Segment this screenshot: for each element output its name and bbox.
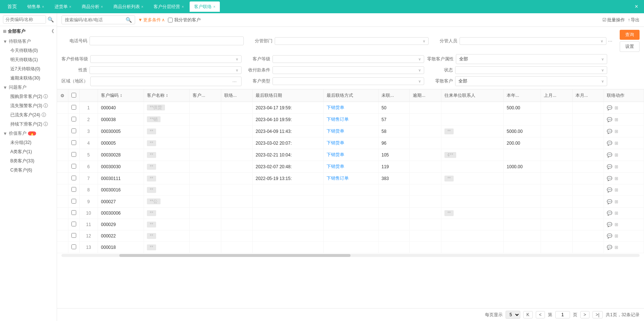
sidebar-all-customers[interactable]: ⊞ 全部客户 《 <box>0 26 57 37</box>
query-button[interactable]: 查询 <box>620 30 640 40</box>
reset-button[interactable]: 设置 <box>620 41 640 52</box>
filter-select-region[interactable]: ··· <box>90 77 242 86</box>
cell-action[interactable]: 💬⊞ <box>604 242 644 253</box>
sidebar-item-churn-warn[interactable]: 流失预警客户(3) ⓘ <box>0 101 57 110</box>
cell-action[interactable]: 💬⊞ <box>604 219 644 230</box>
filter-select-customer-level[interactable]: ∨ <box>272 55 425 63</box>
cell-last-way[interactable]: 下销货单 <box>323 102 378 114</box>
cell-checkbox[interactable] <box>68 126 79 137</box>
filter-select-person[interactable]: ∨ <box>460 37 606 45</box>
sidebar-search-input[interactable] <box>3 15 46 24</box>
cell-action[interactable]: 💬⊞ <box>604 173 644 184</box>
sidebar-item-7days[interactable]: 近7天待联络(0) <box>0 64 57 74</box>
first-page-btn[interactable]: K <box>523 311 533 318</box>
export-btn[interactable]: ↑ 导出 <box>628 17 640 23</box>
cell-checkbox[interactable] <box>68 230 79 242</box>
my-customers-toggle[interactable]: 我分管的客户 <box>168 17 201 23</box>
region-dots-icon[interactable]: ··· <box>231 78 238 84</box>
horizontal-scrollbar[interactable] <box>61 254 640 257</box>
sidebar-collapse-icon[interactable]: 《 <box>49 28 54 35</box>
sidebar-group-problem[interactable]: ▼ 问题客户 <box>0 83 57 92</box>
filter-select-price-level[interactable]: ∨ <box>90 55 242 63</box>
cell-checkbox[interactable] <box>68 208 79 219</box>
nav-tab-purchase-close[interactable]: × <box>69 5 71 9</box>
filter-select-sparse-attr[interactable]: 全部 ∨ <box>456 54 607 64</box>
cell-action[interactable]: 💬⊞ <box>604 230 644 242</box>
nav-tab-customer-mgmt[interactable]: 客户分层经营 × <box>149 1 188 12</box>
sidebar-item-ungroup[interactable]: 未分组(32) <box>0 138 57 147</box>
sidebar-item-declining[interactable]: 持续下滑客户(2) ⓘ <box>0 120 57 129</box>
nav-tab-customer-contact-close[interactable]: × <box>213 5 215 9</box>
col-checkbox[interactable] <box>68 89 79 102</box>
cell-action[interactable]: 💬⊞ <box>604 102 644 114</box>
cell-checkbox[interactable] <box>68 184 79 196</box>
next-page-btn[interactable]: > <box>580 311 590 318</box>
cell-last-way[interactable]: 下销售订单 <box>323 114 378 126</box>
filter-select-sparse[interactable]: 全部 ∨ <box>455 76 607 86</box>
cell-checkbox[interactable] <box>68 149 79 161</box>
nav-tab-sales-close[interactable]: × <box>42 5 44 9</box>
sidebar-item-today[interactable]: 今天待联络(0) <box>0 46 57 55</box>
sidebar-item-c-class[interactable]: C类客户(6) <box>0 166 57 175</box>
sidebar-search-icon[interactable]: 🔍 <box>47 17 54 22</box>
cell-action[interactable]: 💬⊞ <box>604 137 644 149</box>
sidebar-group-value[interactable]: ▼ 价值客户 🔥 <box>0 129 57 138</box>
filter-input-phone[interactable] <box>89 36 244 45</box>
sidebar-item-overdue[interactable]: 逾期未联络(30) <box>0 74 57 83</box>
filter-select-nature[interactable]: ∨ <box>89 66 242 74</box>
nav-tab-sales[interactable]: 销售单 × <box>23 1 49 12</box>
search-input[interactable] <box>65 17 126 22</box>
search-icon[interactable]: 🔍 <box>126 17 132 23</box>
cell-action[interactable]: 💬⊞ <box>604 208 644 219</box>
cell-action[interactable]: 💬⊞ <box>604 126 644 137</box>
sidebar-item-lost[interactable]: 已流失客户(24) ⓘ <box>0 110 57 120</box>
cell-action[interactable]: 💬⊞ <box>604 161 644 173</box>
cell-action[interactable]: 💬⊞ <box>604 196 644 208</box>
person-dots-btn[interactable]: ··· <box>606 38 614 44</box>
more-conditions-btn[interactable]: ▼ 更多条件 ∧ <box>138 17 165 23</box>
cell-checkbox[interactable] <box>68 137 79 149</box>
nav-home[interactable]: 首页 <box>3 1 21 12</box>
cell-last-way[interactable]: 下销货单 <box>323 126 378 137</box>
cell-checkbox[interactable] <box>68 196 79 208</box>
col-settings[interactable]: ⚙ <box>57 89 68 102</box>
nav-tab-analysis-list[interactable]: 商品分析列表 × <box>109 1 148 12</box>
nav-tab-analysis[interactable]: 商品分析 × <box>77 1 108 12</box>
cell-last-way[interactable]: 下销货单 <box>323 137 378 149</box>
my-customers-checkbox[interactable] <box>168 18 173 22</box>
sidebar-group-pending[interactable]: ▼ 待联络客户 <box>0 37 57 46</box>
nav-tab-customer-contact[interactable]: 客户联络 × <box>190 1 220 12</box>
batch-ops-btn[interactable]: ☑ 批量操作 <box>602 17 625 23</box>
cell-action[interactable]: 💬⊞ <box>604 114 644 126</box>
per-page-select[interactable]: 50 100 200 <box>506 311 520 319</box>
last-page-btn[interactable]: >| <box>592 311 603 318</box>
cell-checkbox[interactable] <box>68 114 79 126</box>
sidebar-item-b-class[interactable]: B类客户(33) <box>0 156 57 166</box>
prev-page-btn[interactable]: < <box>536 311 545 318</box>
scrollbar-thumb[interactable] <box>119 254 351 257</box>
sidebar-item-tomorrow[interactable]: 明天待联络(1) <box>0 55 57 64</box>
cell-checkbox[interactable] <box>68 173 79 184</box>
filter-select-payment[interactable]: ∨ <box>272 66 425 74</box>
cell-checkbox[interactable] <box>68 219 79 230</box>
nav-tab-analysis-close[interactable]: × <box>101 5 103 9</box>
cell-checkbox[interactable] <box>68 102 79 114</box>
nav-tab-customer-mgmt-close[interactable]: × <box>182 5 184 9</box>
cell-action[interactable]: 💬⊞ <box>604 184 644 196</box>
cell-checkbox[interactable] <box>68 161 79 173</box>
cell-last-way[interactable]: 下销售订单 <box>323 173 378 184</box>
col-code[interactable]: 客户编码 ↕ <box>98 89 144 102</box>
window-close-button[interactable]: × <box>632 2 641 11</box>
cell-checkbox[interactable] <box>68 242 79 253</box>
filter-select-status[interactable]: ∨ <box>455 66 607 74</box>
nav-tab-analysis-list-close[interactable]: × <box>141 5 144 9</box>
cell-last-way[interactable]: 下销货单 <box>323 161 378 173</box>
select-all-checkbox[interactable] <box>71 93 76 98</box>
cell-action[interactable]: 💬⊞ <box>604 149 644 161</box>
cell-last-way[interactable]: 下销货单 <box>323 149 378 161</box>
col-name[interactable]: 客户名称 ↕ <box>144 89 190 102</box>
filter-select-customer-type[interactable]: ∨ <box>272 77 425 85</box>
page-number-input[interactable] <box>555 311 570 318</box>
sidebar-item-abnormal[interactable]: 囤购异常客户(2) ⓘ <box>0 92 57 101</box>
nav-tab-purchase[interactable]: 进货单 × <box>50 1 76 12</box>
